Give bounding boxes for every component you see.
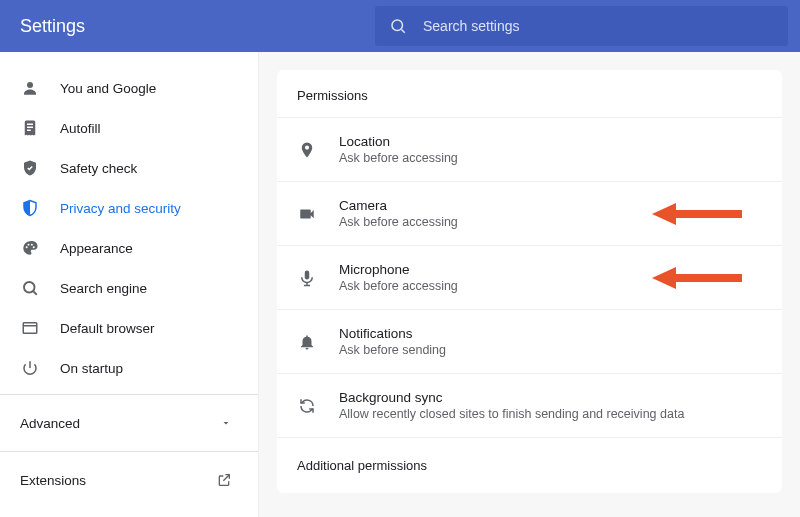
svg-point-3 <box>26 246 28 248</box>
permission-subtitle: Ask before accessing <box>339 215 458 229</box>
about-chrome-link[interactable]: About Chrome <box>0 502 258 517</box>
search-wrap <box>375 0 800 52</box>
sidebar-item-label: On startup <box>60 361 123 376</box>
svg-point-2 <box>27 82 33 88</box>
sidebar-item-label: Autofill <box>60 121 101 136</box>
permission-subtitle: Allow recently closed sites to finish se… <box>339 407 684 421</box>
app-header: Settings <box>0 0 800 52</box>
permission-row-location[interactable]: Location Ask before accessing <box>277 117 782 181</box>
open-in-new-icon <box>216 472 232 488</box>
additional-permissions-row[interactable]: Additional permissions <box>277 437 782 493</box>
svg-point-5 <box>31 244 33 246</box>
search-icon <box>389 17 407 35</box>
sync-icon <box>297 396 317 416</box>
permission-title: Camera <box>339 198 458 213</box>
sidebar-item-label: Safety check <box>60 161 137 176</box>
permission-title: Microphone <box>339 262 458 277</box>
permission-row-background-sync[interactable]: Background sync Allow recently closed si… <box>277 373 782 437</box>
advanced-label: Advanced <box>20 416 80 431</box>
search-icon <box>20 278 40 298</box>
sidebar-item-label: Default browser <box>60 321 155 336</box>
sidebar: You and Google Autofill Safety check Pri… <box>0 52 258 517</box>
svg-point-7 <box>24 282 35 293</box>
sidebar-item-on-startup[interactable]: On startup <box>0 348 258 388</box>
sidebar-item-autofill[interactable]: Autofill <box>0 108 258 148</box>
permission-subtitle: Ask before accessing <box>339 151 458 165</box>
autofill-icon <box>20 118 40 138</box>
svg-marker-16 <box>652 267 676 289</box>
permission-title: Location <box>339 134 458 149</box>
permission-subtitle: Ask before accessing <box>339 279 458 293</box>
divider <box>0 451 258 452</box>
permission-text: Microphone Ask before accessing <box>339 262 458 293</box>
bell-icon <box>297 332 317 352</box>
permission-text: Location Ask before accessing <box>339 134 458 165</box>
sidebar-item-you-and-google[interactable]: You and Google <box>0 68 258 108</box>
content-area: Permissions Location Ask before accessin… <box>258 52 800 517</box>
permission-text: Camera Ask before accessing <box>339 198 458 229</box>
divider <box>0 394 258 395</box>
location-icon <box>297 140 317 160</box>
sidebar-item-label: Search engine <box>60 281 147 296</box>
search-box[interactable] <box>375 6 788 46</box>
search-input[interactable] <box>423 18 774 34</box>
svg-point-4 <box>28 244 30 246</box>
callout-arrow-icon <box>652 201 742 227</box>
power-icon <box>20 358 40 378</box>
svg-point-6 <box>33 246 35 248</box>
sidebar-item-search-engine[interactable]: Search engine <box>0 268 258 308</box>
microphone-icon <box>297 268 317 288</box>
svg-line-1 <box>401 29 404 32</box>
permissions-panel: Permissions Location Ask before accessin… <box>277 70 782 493</box>
camera-icon <box>297 204 317 224</box>
shield-icon <box>20 198 40 218</box>
sidebar-item-appearance[interactable]: Appearance <box>0 228 258 268</box>
svg-point-0 <box>392 20 403 31</box>
sidebar-item-default-browser[interactable]: Default browser <box>0 308 258 348</box>
sidebar-item-privacy-and-security[interactable]: Privacy and security <box>0 188 258 228</box>
svg-marker-12 <box>652 203 676 225</box>
permission-row-notifications[interactable]: Notifications Ask before sending <box>277 309 782 373</box>
extensions-label: Extensions <box>20 473 86 488</box>
callout-arrow-icon <box>652 265 742 291</box>
shield-check-icon <box>20 158 40 178</box>
permission-row-microphone[interactable]: Microphone Ask before accessing <box>277 245 782 309</box>
chevron-down-icon <box>220 417 232 429</box>
permission-subtitle: Ask before sending <box>339 343 446 357</box>
sidebar-item-label: You and Google <box>60 81 156 96</box>
browser-icon <box>20 318 40 338</box>
additional-permissions-label: Additional permissions <box>297 458 427 473</box>
person-icon <box>20 78 40 98</box>
permission-row-camera[interactable]: Camera Ask before accessing <box>277 181 782 245</box>
permission-title: Background sync <box>339 390 684 405</box>
permissions-heading: Permissions <box>277 70 782 117</box>
advanced-toggle[interactable]: Advanced <box>0 401 258 445</box>
app-title: Settings <box>0 16 375 37</box>
sidebar-item-label: Privacy and security <box>60 201 181 216</box>
permission-text: Notifications Ask before sending <box>339 326 446 357</box>
svg-rect-9 <box>23 323 37 334</box>
sidebar-item-label: Appearance <box>60 241 133 256</box>
sidebar-item-safety-check[interactable]: Safety check <box>0 148 258 188</box>
palette-icon <box>20 238 40 258</box>
svg-line-8 <box>33 291 37 295</box>
extensions-link[interactable]: Extensions <box>0 458 258 502</box>
permission-text: Background sync Allow recently closed si… <box>339 390 684 421</box>
permission-title: Notifications <box>339 326 446 341</box>
